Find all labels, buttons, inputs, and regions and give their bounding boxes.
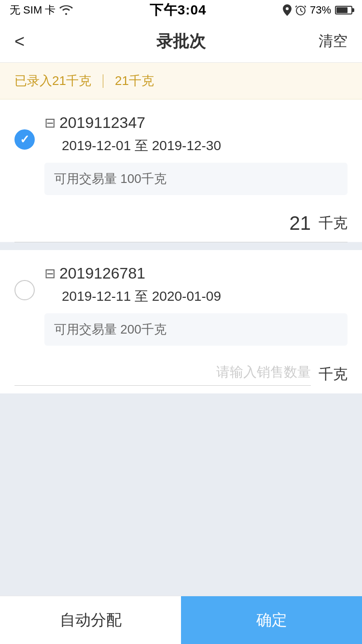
bottom-bar: 自动分配 确定 <box>0 596 362 644</box>
batch1-quantity-row: 21 千克 <box>0 205 362 242</box>
auto-distribute-button[interactable]: 自动分配 <box>0 596 181 644</box>
batch1-quantity-unit: 千克 <box>319 213 348 233</box>
batch1-id: 2019112347 <box>59 114 145 132</box>
batch2-id-row: ⊟ 2019126781 <box>44 265 348 282</box>
batch2-available: 可用交易量 200千克 <box>44 313 348 346</box>
batch2-unit: 千克 <box>319 364 348 384</box>
total-amount: 21千克 <box>115 72 154 89</box>
recorded-amount: 已录入21千克 <box>14 72 91 89</box>
batch1-doc-icon: ⊟ <box>44 115 56 131</box>
battery-icon <box>335 6 352 14</box>
svg-line-2 <box>301 11 303 12</box>
batch2-content: ⊟ 2019126781 2019-12-11 至 2020-01-09 可用交… <box>44 265 348 355</box>
batch1-id-row: ⊟ 2019112347 <box>44 114 348 132</box>
summary-divider <box>103 74 103 88</box>
summary-banner: 已录入21千克 21千克 <box>0 63 362 99</box>
section-divider <box>0 242 362 250</box>
batch1-radio[interactable] <box>14 129 35 150</box>
batch2-date: 2019-12-11 至 2020-01-09 <box>62 287 348 306</box>
alarm-icon <box>295 4 306 16</box>
batch2-input-placeholder: 请输入销售数量 <box>216 363 311 381</box>
back-button[interactable]: < <box>14 31 43 52</box>
batch1-available: 可用交易量 100千克 <box>44 163 348 195</box>
status-left: 无 SIM 卡 <box>10 3 73 17</box>
battery-text: 73% <box>310 4 331 16</box>
clear-button[interactable]: 清空 <box>319 31 348 51</box>
batch1-content: ⊟ 2019112347 2019-12-01 至 2019-12-30 可用交… <box>44 114 348 205</box>
batch1-date: 2019-12-01 至 2019-12-30 <box>62 137 348 155</box>
location-icon <box>283 4 292 16</box>
status-right: 73% <box>283 4 352 16</box>
batch1-quantity-value: 21 <box>282 212 311 234</box>
wifi-icon <box>59 5 73 15</box>
batch-item-2: ⊟ 2019126781 2019-12-11 至 2020-01-09 可用交… <box>0 250 362 355</box>
batch2-input-row: 请输入销售数量 千克 <box>0 355 362 393</box>
status-bar: 无 SIM 卡 下午3:04 73% <box>0 0 362 20</box>
carrier-text: 无 SIM 卡 <box>10 3 56 17</box>
batch2-doc-icon: ⊟ <box>44 266 56 281</box>
confirm-button[interactable]: 确定 <box>181 596 362 644</box>
nav-bar: < 录批次 清空 <box>0 20 362 63</box>
page-title: 录批次 <box>156 30 206 53</box>
batch2-radio[interactable] <box>14 280 35 300</box>
status-time: 下午3:04 <box>150 1 207 19</box>
batch-item-1: ⊟ 2019112347 2019-12-01 至 2019-12-30 可用交… <box>0 99 362 205</box>
batch2-id: 2019126781 <box>59 265 145 282</box>
